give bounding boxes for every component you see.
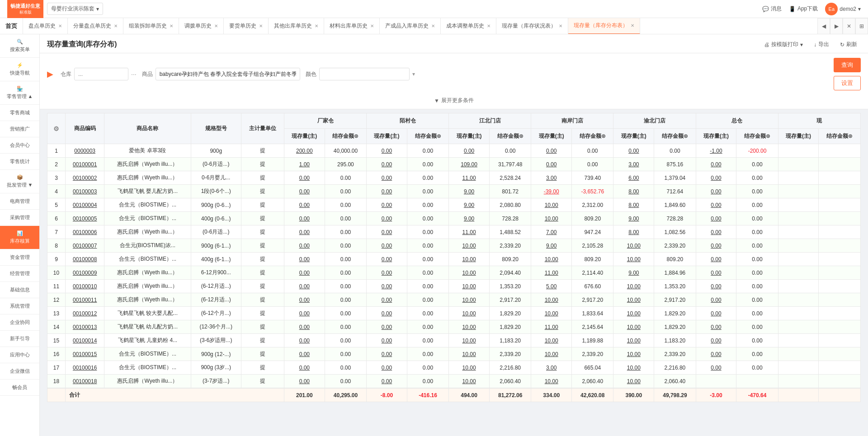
cell-f-qty: 0.00 (284, 375, 325, 389)
app-download-btn[interactable]: 📱 App下载 (789, 5, 818, 13)
tab-close-icon[interactable]: ✕ (315, 23, 318, 28)
tab-close-icon[interactable]: ✕ (58, 23, 62, 28)
cell-spec: (0-6月适...) (191, 158, 241, 171)
sidebar-item-marketing[interactable]: 营销推广 (0, 121, 39, 137)
cell-yb-qty: 3.00 (613, 158, 654, 171)
tab-close-icon[interactable]: ✕ (431, 23, 435, 28)
sidebar-item-shortcut[interactable]: ⚡ 快捷导航 (0, 58, 39, 81)
cell-unit: 提 (241, 212, 284, 225)
cell-jb-qty: 10.00 (449, 239, 490, 253)
sidebar-item-search[interactable]: 🔍 搜索英单 (0, 34, 39, 58)
tab-home[interactable]: 首页 (0, 18, 23, 34)
cell-nb-amt: 2,917.20 (572, 293, 613, 307)
col-jb-qty: 现存量(主) (449, 129, 490, 144)
color-input[interactable] (319, 68, 410, 80)
tab-stock-dist[interactable]: 现存量（库存分布表）✕ (568, 18, 640, 34)
sidebar-item-system[interactable]: 系统管理 (0, 298, 39, 314)
filter-collapse-btn[interactable]: ▶ (47, 69, 53, 79)
sidebar-item-base[interactable]: 基础信息 (0, 282, 39, 298)
sidebar-item-inventory[interactable]: 📊 库存核算 (0, 226, 39, 249)
filter-color: 颜色 ▾ (306, 68, 415, 80)
sidebar-item-guide[interactable]: 新手引导 (0, 331, 39, 347)
tab-prev-btn[interactable]: ◀ (817, 18, 830, 34)
tab-close-icon[interactable]: ✕ (487, 23, 491, 28)
total-total-qty: -3.00 (696, 388, 736, 402)
warehouse-dots[interactable]: ··· (131, 70, 137, 78)
cell-seq: 12 (47, 293, 66, 307)
tab-transfer[interactable]: 调拨单历史 ✕ (179, 18, 224, 34)
sidebar-item-member[interactable]: 会员中心 (0, 137, 39, 154)
cell-jb-qty: 10.00 (449, 347, 490, 361)
tab-close-icon[interactable]: ✕ (259, 23, 263, 28)
print-btn[interactable]: 🖨 按模版打印 ▾ (760, 39, 807, 50)
sidebar-item-retail-stat[interactable]: 零售统计 (0, 154, 39, 170)
tab-close-icon[interactable]: ✕ (559, 23, 562, 28)
cell-f-amt: 0.00 (325, 266, 366, 280)
tab-expand-btn[interactable]: ⊞ (855, 18, 868, 34)
tab-other-outbound[interactable]: 其他出库单历史 ✕ (269, 18, 324, 34)
cell-extra-amt (819, 225, 861, 239)
col-code-header: 商品编码 (66, 113, 104, 144)
refresh-btn[interactable]: ↻ 刷新 (836, 39, 861, 50)
cell-name: 爱他美 卓萃3段 (104, 144, 191, 158)
sidebar-item-retail-mall[interactable]: 零售商城 (0, 105, 39, 121)
tab-close-icon[interactable]: ✕ (170, 23, 173, 28)
sidebar-item-purchase[interactable]: 采购管理 (0, 210, 39, 226)
tab-requisition[interactable]: 要货单历史 ✕ (224, 18, 269, 34)
sidebar-item-wechat[interactable]: 企业微信 (0, 363, 39, 380)
user-menu[interactable]: Ea demo2 ▾ (825, 3, 861, 15)
main-layout: 🔍 搜索英单 ⚡ 快捷导航 🏪 零售管理 ▲ 零售商城 营销推广 会员中心 零售… (0, 34, 868, 436)
sidebar-item-vip[interactable]: 畅会员 (0, 380, 39, 396)
cell-yb-qty: 10.00 (613, 307, 654, 320)
cell-total-amt: 0.00 (736, 361, 778, 375)
sidebar-item-enterprise[interactable]: 企业协同 (0, 314, 39, 331)
settings-gear-icon[interactable]: ⚙ (53, 125, 59, 132)
sidebar-item-ecommerce[interactable]: 电商管理 (0, 193, 39, 210)
cell-jb-amt: 801.72 (489, 185, 531, 198)
cell-extra-qty (778, 375, 819, 389)
goods-input[interactable] (156, 68, 300, 80)
cell-m-qty: 0.00 (367, 253, 407, 266)
setting-button[interactable]: 设置 (834, 76, 861, 90)
tab-stock-status[interactable]: 现存量（库存状况表）✕ (496, 18, 568, 34)
cell-total-qty: 0.00 (696, 307, 736, 320)
tab-inventory-single[interactable]: 盘点单历史 ✕ (23, 18, 68, 34)
tab-close-icon[interactable]: ✕ (631, 23, 634, 28)
query-button[interactable]: 查询 (834, 58, 861, 72)
tab-cost-adjustment[interactable]: 成本调整单历史 ✕ (441, 18, 496, 34)
cell-name: 飞鹤星飞帆 幼儿配方奶... (104, 320, 191, 334)
tab-close-icon[interactable]: ✕ (214, 23, 218, 28)
tab-next-btn[interactable]: ▶ (830, 18, 843, 34)
col-settings: ⚙ (47, 113, 66, 144)
cell-name: 合生元(BIOSTIME)浓... (104, 239, 191, 253)
cell-nb-amt: -3,652.76 (572, 185, 613, 198)
expand-filter-btn[interactable]: ▼ 展开更多条件 (434, 97, 474, 104)
cell-f-amt: 0.00 (325, 239, 366, 253)
table-row: 8 00100007 合生元(BIOSTIME)浓... 900g (6-1..… (47, 239, 861, 253)
tab-partial-inventory[interactable]: 分量盘点单历史 ✕ (68, 18, 123, 34)
table-row: 16 00100015 合生元（BIOSTIME）... 900g (12-..… (47, 347, 861, 361)
cell-code: 00100010 (66, 280, 104, 293)
tab-close-icon[interactable]: ✕ (370, 23, 374, 28)
sidebar-item-operations[interactable]: 经营管理 (0, 266, 39, 282)
sidebar-item-wholesale[interactable]: 📦 批发管理 ▼ (0, 170, 39, 193)
tab-material-outbound[interactable]: 材料出库单历史 ✕ (324, 18, 380, 34)
sidebar-item-retail[interactable]: 🏪 零售管理 ▲ (0, 81, 39, 105)
cell-total-qty: -1.00 (696, 144, 736, 158)
tab-close-icon[interactable]: ✕ (114, 23, 118, 28)
tab-assembly[interactable]: 组装拆卸单历史 ✕ (123, 18, 179, 34)
messages-btn[interactable]: 💬 消息 (762, 5, 782, 13)
sidebar-item-finance[interactable]: 资金管理 (0, 249, 39, 266)
cell-f-qty: 0.00 (284, 320, 325, 334)
sidebar-item-apps[interactable]: 应用中心 (0, 347, 39, 363)
export-btn[interactable]: ↓ 导出 (810, 39, 833, 50)
cell-yb-amt: 1,849.60 (654, 198, 696, 212)
cell-extra-amt (819, 293, 861, 307)
tab-close-all-btn[interactable]: ✕ (843, 18, 855, 34)
industry-selector[interactable]: 母婴行业演示陈套 ▾ (47, 3, 103, 15)
warehouse-input[interactable] (74, 68, 128, 80)
cell-name: 合生元（BIOSTIME）... (104, 361, 191, 375)
tab-product-inbound[interactable]: 产成品入库单历史 ✕ (380, 18, 441, 34)
cell-f-qty: 0.00 (284, 212, 325, 225)
cell-total-qty: 0.00 (696, 266, 736, 280)
